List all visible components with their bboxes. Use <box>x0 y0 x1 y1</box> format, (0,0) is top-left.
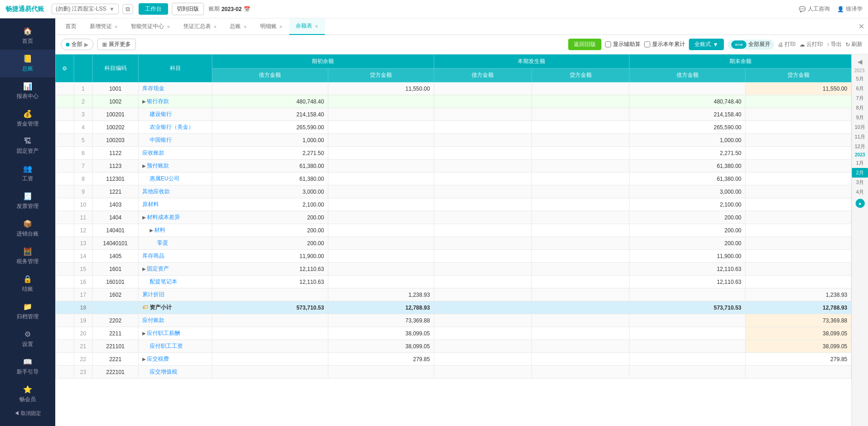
expand-button[interactable]: ⊞ 展开更多 <box>97 39 136 50</box>
tab-smart-voucher[interactable]: 智能凭证中心 × <box>124 18 176 35</box>
row-name[interactable]: 配提笔记本 <box>139 276 212 288</box>
account-link[interactable]: 银行存款 <box>147 98 169 104</box>
row-settings-icon[interactable] <box>56 314 74 327</box>
tab-ledger-close[interactable]: × <box>244 24 246 29</box>
account-link[interactable]: 累计折旧 <box>142 291 164 298</box>
account-link[interactable]: 固定资产 <box>147 265 169 272</box>
tab-new-voucher-close[interactable]: × <box>115 24 117 29</box>
row-settings-icon[interactable] <box>56 276 74 288</box>
month-7[interactable]: 7月 <box>852 93 868 103</box>
tab-detail[interactable]: 明细账 × <box>254 18 289 35</box>
row-settings-icon[interactable] <box>56 147 74 160</box>
row-name[interactable]: 应付账款 <box>139 314 212 327</box>
month-11[interactable]: 11月 <box>852 132 868 142</box>
account-link[interactable]: 其他应收款 <box>142 188 170 195</box>
month-9[interactable]: 9月 <box>852 113 868 122</box>
copy-button[interactable]: ⧉ <box>122 4 133 14</box>
row-settings-icon[interactable] <box>56 198 74 211</box>
tab-balance-close[interactable]: × <box>315 23 318 29</box>
account-link[interactable]: 库存商品 <box>142 253 164 259</box>
row-settings-icon[interactable] <box>56 237 74 250</box>
row-name[interactable]: 建设银行 <box>139 108 212 121</box>
row-settings-icon[interactable] <box>56 366 74 379</box>
right-panel-dot[interactable]: ● <box>856 199 865 208</box>
tab-ledger[interactable]: 总账 × <box>223 18 253 35</box>
sidebar-item-fixed-assets[interactable]: 🏗 固定资产 <box>0 132 55 160</box>
sidebar-item-guide[interactable]: 📖 新手引导 <box>0 353 55 380</box>
row-name[interactable]: 惠属EU公司 <box>139 173 212 185</box>
row-name[interactable]: 应付职工工资 <box>139 340 212 353</box>
sidebar-item-assets[interactable]: 💰 资金管理 <box>0 105 55 132</box>
workbench-button[interactable]: 工作台 <box>139 3 168 15</box>
row-settings-icon[interactable] <box>56 288 74 301</box>
sidebar-item-purchase[interactable]: 📦 进销台账 <box>0 215 55 242</box>
format-button[interactable]: 全账式 ▼ <box>689 39 724 50</box>
user-menu[interactable]: 👤 徐泽华 <box>837 5 862 13</box>
month-4[interactable]: 4月 <box>852 187 868 197</box>
sidebar-item-settings[interactable]: ⚙ 设置 <box>0 325 55 353</box>
row-settings-icon[interactable] <box>56 211 74 224</box>
row-name[interactable]: 中国银行 <box>139 134 212 147</box>
account-link[interactable]: 应付职工薪酬 <box>147 330 180 336</box>
tab-detail-close[interactable]: × <box>280 24 282 29</box>
right-panel-expand[interactable]: ◀ <box>856 56 864 67</box>
row-settings-icon[interactable] <box>56 121 74 134</box>
sidebar-item-home[interactable]: 🏠 首页 <box>0 22 55 50</box>
row-settings-icon[interactable] <box>56 185 74 198</box>
row-name[interactable]: ▶材料 <box>139 224 212 237</box>
row-name[interactable]: 原材料 <box>139 198 212 211</box>
row-settings-icon[interactable] <box>56 224 74 237</box>
row-settings-icon[interactable] <box>56 173 74 185</box>
row-settings-icon[interactable] <box>56 263 74 276</box>
row-name[interactable]: 库存商品 <box>139 250 212 263</box>
company-selector[interactable]: (勿删) 江西股宝-LSS ▼ <box>52 4 119 14</box>
row-name[interactable]: ▶应付职工薪酬 <box>139 327 212 340</box>
month-2[interactable]: 2月 <box>852 168 868 178</box>
tab-smart-voucher-close[interactable]: × <box>167 24 169 29</box>
account-link[interactable]: 材料 <box>154 227 165 233</box>
month-10[interactable]: 10月 <box>852 122 868 132</box>
unpin-btn[interactable]: ◀ 取消固定 <box>12 408 43 419</box>
row-settings-icon[interactable] <box>56 160 74 173</box>
sidebar-item-ledger[interactable]: 📒 总账 <box>0 50 55 77</box>
account-link[interactable]: 材料成本差异 <box>147 214 180 220</box>
tab-new-voucher[interactable]: 新增凭证 × <box>83 18 124 35</box>
account-link[interactable]: 农业银行（美金） <box>150 124 194 130</box>
filter-button[interactable]: 全部 ▶ <box>61 39 93 50</box>
month-6[interactable]: 6月 <box>852 84 868 93</box>
export-button[interactable]: ↑ 导出 <box>827 40 842 48</box>
row-settings-icon[interactable] <box>56 327 74 340</box>
row-settings-icon[interactable] <box>56 353 74 366</box>
row-name[interactable]: 零蛋 <box>139 237 212 250</box>
refresh-button[interactable]: ↻ 刷新 <box>845 40 862 48</box>
cloud-print-button[interactable]: ☁ 云打印 <box>799 40 823 48</box>
row-name[interactable]: ▶应交税费 <box>139 353 212 366</box>
sidebar-item-close[interactable]: 🔒 结账 <box>0 270 55 298</box>
month-5[interactable]: 5月 <box>852 74 868 84</box>
tab-voucher-summary-close[interactable]: × <box>214 24 216 29</box>
row-settings-icon[interactable] <box>56 134 74 147</box>
tab-voucher-summary[interactable]: 凭证汇总表 × <box>177 18 223 35</box>
account-link[interactable]: 应付职工工资 <box>150 343 183 349</box>
row-settings-icon[interactable] <box>56 340 74 353</box>
row-name[interactable]: 库存现金 <box>139 82 212 95</box>
tab-balance[interactable]: 余额表 × <box>289 18 325 35</box>
sidebar-item-payroll[interactable]: 👥 工资 <box>0 160 55 187</box>
row-name[interactable]: 其他应收款 <box>139 185 212 198</box>
row-name[interactable]: 应收账款 <box>139 147 212 160</box>
account-link[interactable]: 库存现金 <box>142 85 164 92</box>
row-settings-icon[interactable] <box>56 95 74 108</box>
sidebar-item-tax[interactable]: 🧮 税务管理 <box>0 242 55 270</box>
row-settings-icon[interactable] <box>56 250 74 263</box>
row-name[interactable]: ▶固定资产 <box>139 263 212 276</box>
sidebar-item-invoice[interactable]: 🧾 发票管理 <box>0 187 55 215</box>
row-name[interactable]: ▶预付账款 <box>139 160 212 173</box>
show-ytd-checkbox[interactable] <box>644 41 650 47</box>
sidebar-item-reports[interactable]: 📊 报表中心 <box>0 77 55 105</box>
account-link[interactable]: 应付账款 <box>142 317 164 323</box>
account-link[interactable]: 建设银行 <box>150 111 172 117</box>
month-12[interactable]: 12月 <box>852 142 868 151</box>
account-link[interactable]: 零蛋 <box>157 240 168 246</box>
close-all-tabs-button[interactable]: ✕ <box>858 22 864 31</box>
account-link[interactable]: 应收账款 <box>142 150 164 156</box>
